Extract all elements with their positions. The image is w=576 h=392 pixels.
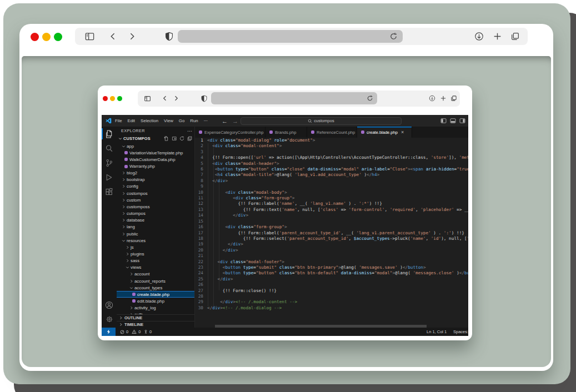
nav-back-icon[interactable]: ← <box>222 118 228 124</box>
toggle-secondary-sidebar-icon[interactable] <box>459 118 465 124</box>
line-number: 28 <box>195 294 203 299</box>
tab-close-icon[interactable]: × <box>401 129 404 135</box>
vscode-editor[interactable]: 1234567891011121314151617181920212223242… <box>195 138 468 328</box>
reload-icon[interactable] <box>389 32 398 41</box>
tree-item-js[interactable]: js <box>117 244 195 250</box>
timeline-label: TIMELINE <box>124 322 143 327</box>
search-icon[interactable] <box>102 141 117 155</box>
shield-icon[interactable] <box>201 95 208 102</box>
line-number: 23 <box>195 265 203 270</box>
account-icon[interactable] <box>102 298 117 312</box>
new-tab-icon[interactable] <box>440 95 447 102</box>
editor-tab[interactable]: Brands.php <box>266 127 307 138</box>
back-icon[interactable] <box>162 95 168 102</box>
new-file-icon[interactable] <box>164 136 169 141</box>
tree-item-public[interactable]: public <box>117 230 195 237</box>
menu-item-run[interactable]: Run <box>190 118 198 123</box>
problems-status[interactable]: 0 0 <box>120 328 141 336</box>
tree-item-variationvaluetemplate-php[interactable]: VariationValueTemplate.php <box>117 149 195 156</box>
explorer-icon[interactable] <box>102 127 117 141</box>
tree-item-custom[interactable]: custom <box>117 197 195 203</box>
timeline-section[interactable]: TIMELINE <box>117 321 195 328</box>
tree-item-account-reports[interactable]: account_reports <box>117 278 195 284</box>
tree-item-app[interactable]: app <box>117 143 195 149</box>
toggle-panel-icon[interactable] <box>450 118 456 124</box>
tree-item-views[interactable]: views <box>117 264 195 271</box>
tree-item-resources[interactable]: resources <box>117 237 195 244</box>
tree-item-warranty-php[interactable]: Warranty.php <box>117 163 195 170</box>
chevron-right-icon <box>122 225 126 229</box>
tree-item-walkcustomerdata-php[interactable]: WalkCustomerData.php <box>117 156 195 163</box>
settings-gear-icon[interactable] <box>102 312 117 326</box>
tree-item-bootstrap[interactable]: bootstrap <box>117 177 195 183</box>
tree-item-lang[interactable]: lang <box>117 224 195 230</box>
minimize-window-button[interactable] <box>42 33 51 41</box>
chevron-right-icon <box>122 178 126 182</box>
tree-item-create-blade-php[interactable]: create.blade.php <box>117 291 195 298</box>
reload-icon[interactable] <box>367 95 373 102</box>
source-control-icon[interactable] <box>102 155 117 170</box>
tree-item-activity-log[interactable]: activity_log <box>117 305 195 311</box>
collapse-all-icon[interactable] <box>187 136 192 141</box>
menu-item-file[interactable]: File <box>115 118 122 123</box>
new-folder-icon[interactable] <box>172 136 177 141</box>
zoom-window-button[interactable] <box>117 96 122 101</box>
close-window-button[interactable] <box>31 33 39 41</box>
tree-item-sass[interactable]: sass <box>117 258 195 264</box>
download-icon[interactable] <box>474 32 484 41</box>
refresh-icon[interactable] <box>179 136 184 141</box>
address-bar[interactable] <box>211 92 377 104</box>
menu-item-view[interactable]: View <box>164 118 173 123</box>
tree-item-label: account <box>134 272 149 277</box>
code-line: <div class="modal-header"> <box>207 161 468 167</box>
outline-section[interactable]: OUTLINE <box>117 314 195 321</box>
tree-item-plugins[interactable]: plugins <box>117 250 195 257</box>
code-line: <div class="form-group"> <box>207 224 468 230</box>
zoom-window-button[interactable] <box>54 33 62 41</box>
code-line: <div class="modal-body"> <box>207 190 468 195</box>
explorer-section-header[interactable]: CUSTOMPOS <box>117 135 195 142</box>
forward-icon[interactable] <box>127 32 137 41</box>
vscode-tab-bar: ExpenseCategoryController.phpBrands.phpR… <box>195 127 468 138</box>
tree-item-customposs[interactable]: customposs <box>117 203 195 210</box>
menu-item-[interactable]: ⋯ <box>204 118 208 123</box>
editor-tab[interactable]: ExpenseCategoryController.php <box>195 127 266 138</box>
editor-tab[interactable]: ReferenceCount.php <box>307 127 357 138</box>
sidebar-toggle-icon[interactable] <box>144 95 151 102</box>
vscode-search-box[interactable]: custompos <box>241 117 402 125</box>
explorer-more-icon[interactable]: ⋯ <box>187 128 192 134</box>
menu-item-selection[interactable]: Selection <box>141 118 158 123</box>
tree-item-account[interactable]: account <box>117 271 195 278</box>
shield-icon[interactable] <box>164 32 174 41</box>
menu-item-go[interactable]: Go <box>179 118 184 123</box>
menu-item-edit[interactable]: Edit <box>128 118 135 123</box>
tree-item-config[interactable]: config <box>117 183 195 190</box>
new-tab-icon[interactable] <box>493 32 502 41</box>
tree-item-blog2[interactable]: blog2 <box>117 170 195 177</box>
back-icon[interactable] <box>108 32 118 41</box>
editor-tab[interactable]: create.blade.php× <box>357 127 412 138</box>
toggle-sidebar-icon[interactable] <box>440 118 447 124</box>
remote-indicator[interactable] <box>102 328 116 336</box>
cursor-position-status[interactable]: Ln 1, Col 1 <box>427 328 447 336</box>
chevron-down-icon <box>126 265 129 269</box>
tree-item-label: config <box>127 184 138 189</box>
tabs-overview-icon[interactable] <box>450 95 457 102</box>
address-bar[interactable] <box>178 30 403 43</box>
download-icon[interactable] <box>429 95 435 102</box>
tree-item-database[interactable]: database <box>117 217 195 224</box>
tree-item-edit-blade-php[interactable]: edit.blade.php <box>117 298 195 304</box>
run-debug-icon[interactable] <box>102 170 117 184</box>
nav-forward-icon[interactable]: → <box>232 118 238 124</box>
tabs-overview-icon[interactable] <box>510 32 520 41</box>
ports-status[interactable]: 0 <box>143 328 152 336</box>
forward-icon[interactable] <box>173 95 179 102</box>
tree-item-cutompos[interactable]: cutompos <box>117 210 195 217</box>
extensions-icon[interactable] <box>102 184 117 199</box>
tree-item-account-types[interactable]: account_types <box>117 284 195 291</box>
minimize-window-button[interactable] <box>110 96 115 101</box>
close-window-button[interactable] <box>103 96 108 101</box>
indentation-status[interactable]: Spaces: 4 <box>453 328 468 336</box>
sidebar-toggle-icon[interactable] <box>84 31 95 42</box>
tree-item-costompos[interactable]: costompos <box>117 190 195 197</box>
